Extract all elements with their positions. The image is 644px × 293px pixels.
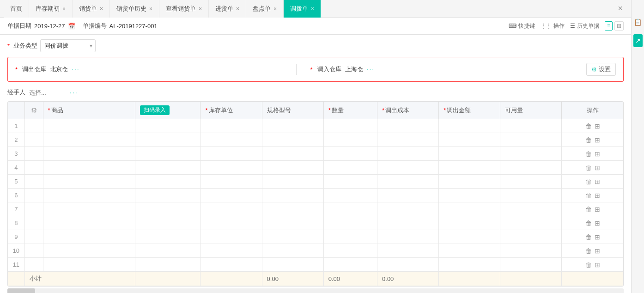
warehouse-out-value: 北京仓	[50, 65, 68, 73]
copy-icon[interactable]: ⊞	[595, 164, 600, 171]
delete-icon[interactable]: 🗑	[585, 220, 592, 227]
table-row: 6🗑⊞	[8, 189, 623, 202]
col-action-header: 操作	[562, 102, 623, 119]
col-unit-header: *库存单位	[200, 102, 262, 119]
col-avail-header: 可用量	[500, 102, 562, 119]
tab-inventory-init[interactable]: 库存期初 ×	[29, 0, 73, 18]
history-btn[interactable]: ☰ 历史单据	[570, 22, 599, 30]
warehouse-in-value: 上海仓	[345, 65, 363, 73]
list-view-btn[interactable]: ≡	[605, 21, 613, 31]
scrollbar-thumb[interactable]	[7, 288, 35, 293]
date-value: 2019-12-27	[34, 23, 65, 30]
copy-icon[interactable]: ⊞	[595, 136, 600, 144]
table-row: 8🗑⊞	[8, 216, 623, 230]
shortcuts-btn[interactable]: ⌨ 快捷键	[509, 22, 535, 30]
tab-inventory-check[interactable]: 盘点单 ×	[246, 0, 284, 18]
doc-num-value: AL-20191227-001	[109, 23, 158, 30]
delete-icon[interactable]: 🗑	[585, 261, 592, 269]
delete-icon[interactable]: 🗑	[585, 206, 592, 213]
copy-icon[interactable]: ⊞	[595, 178, 600, 185]
copy-icon[interactable]: ⊞	[595, 150, 600, 158]
tab-home[interactable]: 首页	[4, 0, 29, 18]
delete-icon[interactable]: 🗑	[585, 247, 592, 255]
col-amount-header: *调出金额	[439, 102, 500, 119]
warehouse-out-more-btn[interactable]: ···	[72, 66, 80, 73]
warehouse-in-group: * 调入仓库 上海仓 ···	[310, 65, 577, 73]
keyboard-icon: ⌨	[509, 23, 516, 29]
transfer-table: ⚙ *商品 扫码录入 *库存单位 规格型号 *数量	[8, 102, 623, 286]
subtotal-amount: 0.00	[377, 272, 439, 286]
business-type-group: * 业务类型 同价调拨 ▾	[7, 39, 96, 52]
doc-num-label: 单据编号	[83, 22, 107, 30]
col-num-header	[8, 102, 24, 119]
warehouse-out-label: 调出仓库	[22, 65, 46, 73]
business-type-value: 同价调拨	[44, 42, 68, 50]
warehouse-in-more-btn[interactable]: ···	[367, 66, 375, 73]
grid-view-btn[interactable]: ⊞	[614, 21, 624, 31]
toolbar: 单据日期 2019-12-27 📅 单据编号 AL-20191227-001 ⌨…	[0, 18, 631, 35]
close-all-tabs[interactable]: ×	[613, 4, 627, 13]
delete-icon[interactable]: 🗑	[585, 150, 592, 158]
delete-icon[interactable]: 🗑	[585, 233, 592, 241]
col-product-header: *商品	[43, 102, 135, 119]
warehouse-divider	[296, 64, 297, 75]
calendar-icon[interactable]: 📅	[68, 23, 75, 30]
subtotal-label: 小计	[24, 272, 135, 286]
toolbar-right: ⌨ 快捷键 ⋮⋮ 操作 ☰ 历史单据 ≡ ⊞	[509, 21, 624, 31]
doc-num-field: 单据编号 AL-20191227-001	[83, 22, 158, 30]
close-tab-inventory-init[interactable]: ×	[62, 6, 66, 12]
expand-icon[interactable]: ↗	[633, 34, 643, 47]
handler-input[interactable]	[29, 89, 66, 96]
col-qty-header: *数量	[323, 102, 377, 119]
business-type-required: *	[7, 43, 10, 49]
close-tab-sales-order[interactable]: ×	[100, 6, 103, 12]
scan-entry-btn[interactable]: 扫码录入	[140, 105, 170, 115]
warehouse-in-required: *	[310, 66, 313, 73]
delete-icon[interactable]: 🗑	[585, 136, 592, 144]
table-container: ⚙ *商品 扫码录入 *库存单位 规格型号 *数量	[7, 101, 624, 287]
document-icon[interactable]: 📋	[634, 18, 642, 26]
tab-transfer[interactable]: 调拨单 ×	[284, 0, 321, 18]
settings-button[interactable]: ⚙ 设置	[586, 63, 616, 76]
view-toggle: ≡ ⊞	[605, 21, 624, 31]
delete-icon[interactable]: 🗑	[585, 164, 592, 171]
form-section: * 业务类型 同价调拨 ▾	[0, 35, 631, 57]
copy-icon[interactable]: ⊞	[595, 206, 600, 213]
copy-icon[interactable]: ⊞	[595, 261, 600, 269]
warehouse-section: * 调出仓库 北京仓 ··· * 调入仓库 上海仓 ··· ⚙ 设置	[7, 57, 624, 82]
delete-icon[interactable]: 🗑	[585, 178, 592, 185]
close-tab-transfer[interactable]: ×	[311, 6, 314, 12]
date-field: 单据日期 2019-12-27 📅	[7, 22, 75, 30]
business-type-select[interactable]: 同价调拨 ▾	[40, 39, 96, 52]
copy-icon[interactable]: ⊞	[595, 247, 600, 255]
toolbar-left: 单据日期 2019-12-27 📅 单据编号 AL-20191227-001	[7, 22, 158, 30]
delete-icon[interactable]: 🗑	[585, 192, 592, 199]
handler-row: 经手人 ···	[0, 86, 631, 101]
handler-more-btn[interactable]: ···	[70, 89, 78, 96]
tab-bar: 首页 库存期初 × 销货单 × 销货单历史 × 查看销货单 × 进货单 × 盘点…	[0, 0, 631, 18]
close-tab-view-sales[interactable]: ×	[199, 6, 202, 12]
horizontal-scrollbar[interactable]	[7, 288, 624, 293]
copy-icon[interactable]: ⊞	[595, 192, 600, 199]
delete-icon[interactable]: 🗑	[585, 122, 592, 130]
operations-btn[interactable]: ⋮⋮ 操作	[541, 22, 565, 30]
tab-sales-order[interactable]: 销货单 ×	[73, 0, 110, 18]
table-row: 5🗑⊞	[8, 175, 623, 189]
tab-view-sales[interactable]: 查看销货单 ×	[159, 0, 209, 18]
col-spec-header: 规格型号	[262, 102, 323, 119]
history-icon: ☰	[570, 23, 575, 29]
copy-icon[interactable]: ⊞	[595, 220, 600, 227]
copy-icon[interactable]: ⊞	[595, 233, 600, 241]
table-gear-icon[interactable]: ⚙	[31, 106, 37, 114]
warehouse-in-label: 调入仓库	[317, 65, 341, 73]
close-tab-inventory-check[interactable]: ×	[273, 6, 277, 12]
close-tab-purchase[interactable]: ×	[236, 6, 239, 12]
tab-purchase[interactable]: 进货单 ×	[209, 0, 246, 18]
col-settings-header[interactable]: ⚙	[24, 102, 43, 119]
copy-icon[interactable]: ⊞	[595, 122, 600, 130]
close-tab-sales-history[interactable]: ×	[149, 6, 152, 12]
tab-sales-history[interactable]: 销货单历史 ×	[110, 0, 159, 18]
chevron-down-icon: ▾	[90, 43, 92, 49]
table-row: 4🗑⊞	[8, 161, 623, 175]
col-scan-header: 扫码录入	[135, 102, 200, 119]
